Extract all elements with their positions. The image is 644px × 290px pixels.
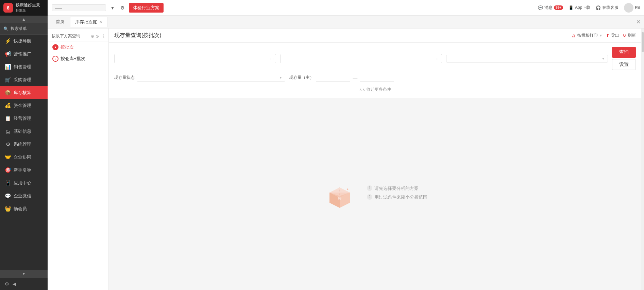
sidebar-label-sales: 销售管理 xyxy=(14,64,31,70)
finance-icon: 💰 xyxy=(5,103,11,109)
operation-icon: 📋 xyxy=(5,115,11,122)
filter-warehouse: ··· xyxy=(114,54,276,63)
warehouse-input[interactable] xyxy=(115,54,268,62)
app-download-action[interactable]: 📱 App下载 xyxy=(569,5,590,11)
sidebar-item-marketing[interactable]: 📢 营销推广 xyxy=(0,48,48,60)
topbar-right: 💬 消息 99+ 📱 App下载 🎧 在线客服 Rit xyxy=(538,3,640,13)
topbar-search-box: ▬▬ xyxy=(52,4,106,11)
print-btn[interactable]: 🖨 按模板打印 ▼ xyxy=(572,33,603,38)
warehouse-batch-plan-icon: ○ xyxy=(52,56,58,62)
tip-num-1: 1 xyxy=(367,185,372,191)
sidebar-item-wechat[interactable]: 💬 企业微信 xyxy=(0,189,48,202)
settings-icon[interactable]: ⚙ xyxy=(5,281,9,287)
empty-state: ✦ · 1 请先选择要分析的方案 2 用过滤条件来缩小分析范围 xyxy=(109,98,641,290)
sidebar-label-inventory: 库存核算 xyxy=(14,90,31,96)
tip-1: 1 请先选择要分析的方案 xyxy=(367,185,427,192)
sidebar-item-purchase[interactable]: 🛒 采购管理 xyxy=(0,73,48,86)
sidebar-label-operation: 经营管理 xyxy=(14,115,31,122)
topbar-settings-icon[interactable]: ⚙ xyxy=(119,4,126,12)
set-btn[interactable]: 设置 xyxy=(612,59,636,70)
messages-action[interactable]: 💬 消息 99+ xyxy=(538,5,563,11)
tab-home[interactable]: 首页 xyxy=(51,17,69,27)
sidebar-item-enterprise[interactable]: 🤝 企业协同 xyxy=(0,151,48,164)
sidebar-item-app-center[interactable]: 📱 应用中心 xyxy=(0,177,48,189)
quick-nav-icon: ⚡ xyxy=(5,38,11,44)
svg-point-6 xyxy=(339,198,339,198)
tip-num-2: 2 xyxy=(367,194,372,200)
plan-label-by-batch: 按批次 xyxy=(61,44,74,50)
sidebar-item-member[interactable]: 👑 畅会员 xyxy=(0,202,48,215)
sidebar-item-basic[interactable]: 🗂 基础信息 xyxy=(0,125,48,138)
plan-item-by-batch[interactable]: ● 按批次 xyxy=(48,41,108,53)
enterprise-icon: 🤝 xyxy=(5,154,11,160)
online-service-label: 在线客服 xyxy=(602,5,618,11)
sidebar-item-operation[interactable]: 📋 经营管理 xyxy=(0,112,48,125)
warehouse-input-wrap: ··· xyxy=(114,54,276,63)
stock-qty-label: 现存量（主） xyxy=(289,75,314,80)
warehouse-more-icon[interactable]: ··· xyxy=(268,54,276,63)
scroll-up-btn[interactable]: ▲ xyxy=(0,16,48,23)
app-version: 标准版 xyxy=(16,8,40,13)
sidebar-nav: ⚡ 快捷导航 📢 营销推广 📊 销售管理 🛒 采购管理 📦 库存核算 💰 资金管… xyxy=(0,35,48,270)
left-panel: 按以下方案查询 ⊕ ⊙ 《 ● 按批次 ○ 按仓库+批次 xyxy=(48,29,109,290)
wechat-icon: 💬 xyxy=(5,193,11,199)
message-icon: 💬 xyxy=(538,5,543,10)
marketing-icon: 📢 xyxy=(5,51,11,57)
add-plan-icon[interactable]: ⊕ xyxy=(91,34,94,39)
app-name: 畅康通好生意 xyxy=(16,3,40,8)
sidebar-label-system: 系统管理 xyxy=(14,141,31,147)
empty-box-svg: ✦ · xyxy=(323,177,357,211)
stock-status-dropdown-icon: ▼ xyxy=(279,76,282,79)
scroll-down-btn[interactable]: ▼ xyxy=(0,270,48,277)
collapse-panel-icon[interactable]: 《 xyxy=(100,33,104,39)
online-service-action[interactable]: 🎧 在线客服 xyxy=(596,5,618,11)
product-more-icon[interactable]: ··· xyxy=(434,54,442,63)
plan-item-by-warehouse-batch[interactable]: ○ 按仓库+批次 xyxy=(48,53,108,65)
sidebar-item-system[interactable]: ⚙ 系统管理 xyxy=(0,138,48,151)
trial-btn[interactable]: 体验行业方案 xyxy=(129,3,164,13)
svg-point-7 xyxy=(340,198,341,198)
sidebar-item-quick-nav[interactable]: ⚡ 快捷导航 xyxy=(0,35,48,48)
sidebar-search[interactable]: 🔍 搜索菜单 xyxy=(0,23,48,35)
sidebar-item-newbie[interactable]: 🎯 新手引导 xyxy=(0,164,48,177)
user-area[interactable]: Rit xyxy=(624,3,640,13)
export-btn[interactable]: ⬆ 导出 xyxy=(606,33,619,38)
refresh-btn[interactable]: ↻ 刷新 xyxy=(623,33,636,38)
content-area: 按以下方案查询 ⊕ ⊙ 《 ● 按批次 ○ 按仓库+批次 现存量查询(按批次) xyxy=(48,29,644,290)
status-select[interactable]: ▼ xyxy=(446,55,608,62)
basic-icon: 🗂 xyxy=(5,129,11,134)
stock-status-select[interactable]: ▼ xyxy=(137,74,285,81)
plan-label-by-warehouse-batch: 按仓库+批次 xyxy=(61,56,85,62)
tab-close-inventory-batch[interactable]: ✕ xyxy=(99,20,102,24)
page-close-btn[interactable]: ✕ xyxy=(636,19,641,25)
tip-text-2: 用过滤条件来缩小分析范围 xyxy=(374,194,427,200)
topbar-dropdown-icon[interactable]: ▼ xyxy=(109,4,116,12)
app-download-label: App下载 xyxy=(575,5,590,11)
topbar-left: ▬▬ ▼ ⚙ 体验行业方案 xyxy=(52,3,535,13)
product-input[interactable] xyxy=(281,54,434,62)
export-icon: ⬆ xyxy=(606,33,610,38)
panel-header: 按以下方案查询 ⊕ ⊙ 《 xyxy=(48,31,108,41)
headphone-icon: 🎧 xyxy=(596,5,601,10)
settings-plan-icon[interactable]: ⊙ xyxy=(96,34,99,39)
sidebar-footer: ⚙ ◀ xyxy=(0,277,48,290)
sidebar-item-inventory[interactable]: 📦 库存核算 xyxy=(0,86,48,99)
query-btn[interactable]: 查询 xyxy=(612,47,636,58)
filter-row-2: 现存量状态 ▼ 现存量（主） — xyxy=(114,73,636,82)
sidebar-item-finance[interactable]: 💰 资金管理 xyxy=(0,99,48,112)
batch-plan-icon: ● xyxy=(52,44,58,50)
stock-qty-max-input[interactable] xyxy=(360,73,394,82)
messages-label: 消息 xyxy=(544,5,553,11)
sidebar-label-finance: 资金管理 xyxy=(14,103,31,109)
sidebar-item-sales[interactable]: 📊 销售管理 xyxy=(0,60,48,73)
stock-qty-min-input[interactable] xyxy=(316,73,350,82)
collapse-sidebar-icon[interactable]: ◀ xyxy=(13,281,16,287)
tab-inventory-batch[interactable]: 库存批次账 ✕ xyxy=(70,17,107,27)
scrollbar-thumb[interactable] xyxy=(642,32,644,52)
app-name-area: 畅康通好生意 标准版 xyxy=(16,3,40,13)
scrollbar-track[interactable] xyxy=(641,29,644,290)
sidebar-label-member: 畅会员 xyxy=(14,206,27,212)
collapse-filter-btn[interactable]: ∧∧ 收起更多条件 xyxy=(114,85,636,94)
tab-bar: 首页 库存批次账 ✕ ✕ xyxy=(48,16,644,29)
avatar xyxy=(624,3,633,13)
